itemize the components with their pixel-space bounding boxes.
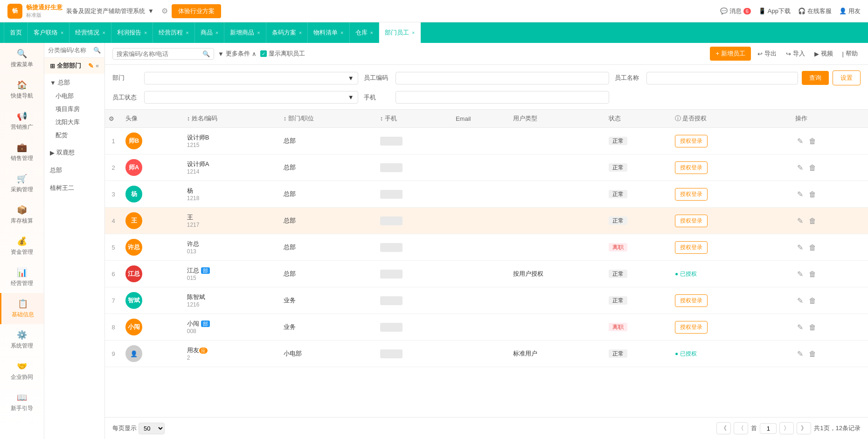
search-icon[interactable]: 🔍 (202, 50, 210, 57)
dept-filter-select[interactable]: ▼ (144, 72, 358, 84)
auth-btn[interactable]: 授权登录 (675, 188, 708, 201)
delete-btn[interactable]: 🗑 (807, 323, 818, 331)
edit-btn[interactable]: ✎ (795, 323, 805, 331)
system-dropdown-arrow[interactable]: ▼ (148, 7, 154, 14)
edit-btn[interactable]: ✎ (795, 137, 805, 145)
nav-item-home[interactable]: 首页 (4, 22, 28, 43)
dept-search-input[interactable] (48, 47, 91, 54)
auth-btn[interactable]: 授权登录 (675, 294, 708, 307)
employee-code-input[interactable] (396, 72, 610, 84)
nav-item-new-goods[interactable]: 新增商品 × (224, 22, 266, 43)
edit-btn[interactable]: ✎ (795, 190, 805, 198)
message-btn[interactable]: 💬 消息 6 (720, 7, 751, 15)
user-btn[interactable]: 👤 用友 (839, 7, 861, 15)
first-page-btn[interactable]: 《 (716, 422, 731, 434)
page-number-input[interactable] (760, 423, 777, 434)
show-resigned-checkbox[interactable]: ✓ (260, 50, 267, 57)
phone-input[interactable] (396, 91, 610, 104)
auth-btn[interactable]: 授权登录 (675, 241, 708, 254)
sidebar-item-guide[interactable]: 📖 新手引导 (0, 387, 44, 418)
delete-btn[interactable]: 🗑 (807, 164, 818, 172)
edit-btn[interactable]: ✎ (795, 217, 805, 225)
dept-item-shenyang[interactable]: 沈阳大库 (44, 116, 104, 129)
nav-item-customer[interactable]: 客户联络 × (28, 22, 69, 43)
more-conditions-btn[interactable]: ▼ 更多条件 ∧ (218, 49, 257, 58)
status-cell: 正常 (605, 208, 671, 234)
nav-item-operation[interactable]: 经营情况 × (69, 22, 111, 43)
dept-item-xiangmu[interactable]: 项目库房 (44, 103, 104, 116)
reset-btn[interactable]: 设置 (833, 70, 861, 85)
sidebar-item-finance[interactable]: 💰 资金管理 (0, 230, 44, 262)
search-input[interactable] (117, 50, 201, 57)
online-service-btn[interactable]: 🎧 在线客服 (798, 7, 832, 15)
auth-btn[interactable]: 授权登录 (675, 215, 708, 227)
page-size-select[interactable]: 50 100 200 (139, 423, 165, 434)
dept-all-item[interactable]: ⊞ 全部部门 ✎ « (44, 58, 104, 74)
delete-btn[interactable]: 🗑 (807, 217, 818, 225)
app-download-btn[interactable]: 📱 App下载 (758, 7, 791, 15)
dept-search-icon[interactable]: 🔍 (93, 47, 101, 54)
next-page-btn[interactable]: 〉 (779, 422, 794, 434)
show-resigned-toggle[interactable]: ✓ 显示离职员工 (260, 49, 305, 58)
nav-item-goods[interactable]: 商品 × (195, 22, 224, 43)
sidebar-item-sales[interactable]: 💼 销售管理 (0, 137, 44, 168)
dept-item-xiaodian[interactable]: 小电部 (44, 90, 104, 103)
view-btn[interactable]: ▶ 视频 (812, 48, 836, 60)
sidebar-item-basic[interactable]: 📋 基础信息 (0, 293, 44, 324)
delete-btn[interactable]: 🗑 (807, 137, 818, 145)
sidebar-item-system[interactable]: ⚙️ 系统管理 (0, 324, 44, 355)
th-name[interactable]: ↕ 姓名/编码 (183, 110, 280, 128)
query-btn[interactable]: 查询 (802, 71, 829, 85)
gear-icon[interactable]: ⚙ (161, 7, 168, 15)
help-btn[interactable]: | 帮助 (840, 48, 861, 60)
dept-group-title-zhishu[interactable]: 植树王二 (44, 181, 104, 195)
sidebar-item-collab[interactable]: 🤝 企业协同 (0, 355, 44, 387)
try-btn[interactable]: 体验行业方案 (172, 4, 221, 18)
auth-btn[interactable]: 授权登录 (675, 321, 708, 334)
auth-btn[interactable]: 授权登录 (675, 161, 708, 174)
edit-btn[interactable]: ✎ (795, 164, 805, 172)
dept-edit-icon[interactable]: ✎ (88, 62, 94, 70)
nav-item-dept-staff[interactable]: 部门员工 × (379, 22, 421, 43)
dept-collapse-icon[interactable]: « (96, 63, 99, 69)
nav-item-warehouse[interactable]: 仓库 × (350, 22, 379, 43)
dept-item-peihuo[interactable]: 配货 (44, 129, 104, 142)
chevron-down-icon: ∧ (252, 50, 257, 57)
nav-item-history[interactable]: 经营历程 × (153, 22, 194, 43)
settings-icon[interactable]: ⚙ (109, 115, 114, 122)
delete-btn[interactable]: 🗑 (807, 350, 818, 358)
sidebar-item-biz[interactable]: 📊 经营管理 (0, 262, 44, 293)
delete-btn[interactable]: 🗑 (807, 270, 818, 278)
auth-btn[interactable]: 授权登录 (675, 135, 708, 147)
delete-btn[interactable]: 🗑 (807, 244, 818, 251)
th-gear[interactable]: ⚙ (105, 110, 122, 128)
dept-group-title-zongbu[interactable]: ▼ 总部 (44, 76, 104, 90)
sidebar-item-inventory[interactable]: 📦 库存核算 (0, 199, 44, 230)
edit-btn[interactable]: ✎ (795, 297, 805, 305)
edit-btn[interactable]: ✎ (795, 244, 805, 251)
th-phone[interactable]: ↕ 手机 (376, 110, 452, 128)
edit-btn[interactable]: ✎ (795, 270, 805, 278)
nav-item-barcode[interactable]: 条码方案 × (266, 22, 308, 43)
dept-group-title-zongbu2[interactable]: 总部 (44, 163, 104, 177)
sidebar-item-quicknav[interactable]: 🏠 快捷导航 (0, 74, 44, 105)
delete-btn[interactable]: 🗑 (807, 190, 818, 198)
delete-btn[interactable]: 🗑 (807, 297, 818, 305)
nav-item-bom[interactable]: 物料清单 × (308, 22, 349, 43)
sidebar-item-purchase[interactable]: 🛒 采购管理 (0, 168, 44, 199)
add-employee-btn[interactable]: + 新增员工 (710, 47, 750, 61)
th-dept[interactable]: ↕ 部门/职位 (280, 110, 376, 128)
sidebar-item-search[interactable]: 🔍 搜索菜单 (0, 43, 44, 74)
employee-name-input[interactable] (646, 72, 798, 84)
sidebar-item-marketing[interactable]: 📢 营销推广 (0, 105, 44, 137)
edit-btn[interactable]: ✎ (795, 350, 805, 358)
nav-item-profit[interactable]: 利润报告 × (111, 22, 153, 43)
prev-page-btn[interactable]: 〈 (734, 422, 748, 434)
status-badge: 正常 (609, 216, 627, 225)
export-btn[interactable]: ↩ 导出 (755, 48, 779, 60)
status-filter-select[interactable]: ▼ (144, 91, 358, 104)
last-page-btn[interactable]: 》 (797, 422, 811, 434)
import-btn[interactable]: ↪ 导入 (783, 48, 808, 60)
dept-group-title-shuanglu[interactable]: ▶ 双鹿想 (44, 146, 104, 160)
th-auth[interactable]: ⓘ 是否授权 (671, 110, 773, 128)
